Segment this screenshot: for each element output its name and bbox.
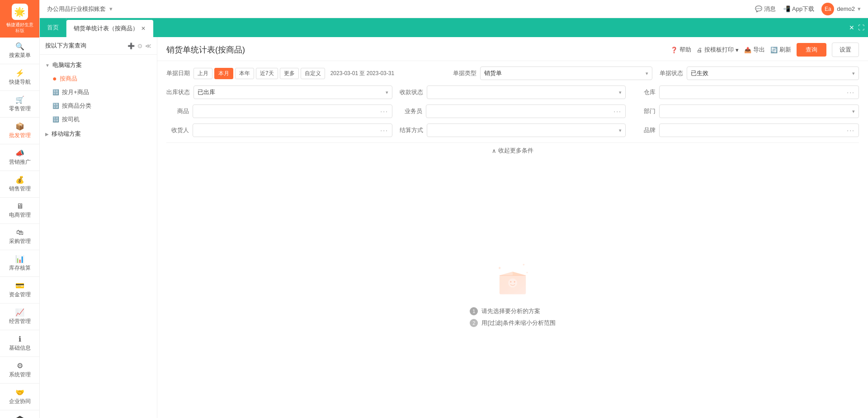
brand-filter: 品牌 ··· — [633, 124, 859, 137]
by-goods-label: 按商品 — [60, 75, 77, 83]
collapse-filter-btn[interactable]: ∧ 收起更多条件 — [166, 142, 859, 158]
date-btn-custom[interactable]: 自定义 — [301, 68, 325, 79]
pc-group-arrow: ▼ — [45, 63, 50, 68]
sidebar-item-finance[interactable]: 💳 资金管理 — [0, 277, 39, 304]
sidebar-item-search[interactable]: 🔍 搜索菜单 — [0, 38, 39, 64]
settings-button[interactable]: 设置 — [832, 43, 859, 57]
app-download-btn[interactable]: 📲 App下载 — [783, 5, 814, 13]
schema-item-by-cashier[interactable]: 🔢 按司机 — [40, 113, 157, 126]
schema-group-pc: ▼ 电脑端方案 ● 按商品 🔠 按月+商品 🔡 按商品分类 — [40, 58, 157, 126]
salesperson-input[interactable]: ··· — [426, 104, 626, 118]
left-panel-header: 按以下方案查询 ➕ ⊙ ≪ — [40, 37, 157, 55]
sidebar-item-corp[interactable]: 🤝 企业协同 — [0, 384, 39, 410]
print-icon: 🖨 — [697, 47, 703, 53]
sidebar-item-sales[interactable]: 💰 销售管理 — [0, 171, 39, 198]
empty-hints: 1 请先选择要分析的方案 2 用[过滤]条件来缩小分析范围 — [470, 307, 555, 327]
goods-filter: 商品 ··· — [166, 104, 392, 118]
receiver-input[interactable]: ··· — [193, 124, 392, 137]
print-label: 按模板打印 — [704, 46, 734, 54]
add-schema-icon[interactable]: ➕ — [127, 43, 135, 49]
refresh-btn[interactable]: 🔄 刷新 — [770, 46, 791, 54]
tab-home[interactable]: 首页 — [40, 18, 66, 37]
goods-dots: ··· — [380, 108, 388, 115]
help-btn[interactable]: ❓ 帮助 — [670, 46, 691, 54]
filter-row-3: 商品 ··· 业务员 ··· 部门 — [166, 104, 859, 118]
dept-input[interactable]: ▾ — [659, 104, 859, 118]
date-btn-more[interactable]: 更多 — [280, 68, 299, 79]
print-btn[interactable]: 🖨 按模板打印 ▾ — [697, 46, 739, 54]
tab-close-icon[interactable]: ✕ — [141, 25, 146, 32]
doc-status-input[interactable]: 已生效 ▾ — [687, 66, 859, 80]
user-btn[interactable]: Ea demo2 ▾ — [821, 3, 861, 15]
dept-arrow: ▾ — [852, 109, 855, 114]
sidebar-item-ecom[interactable]: 🖥 电商管理 — [0, 198, 39, 224]
sidebar-item-guide[interactable]: 🎓 新手引导 — [0, 410, 39, 418]
sidebar-item-quick[interactable]: ⚡ 快捷导航 — [0, 64, 39, 91]
sidebar-item-system[interactable]: ⚙ 系统管理 — [0, 357, 39, 384]
sidebar-item-label: 库存核算 — [9, 264, 31, 272]
hint-circle-1: 1 — [470, 307, 478, 315]
sidebar-item-label: 企业协同 — [9, 398, 31, 405]
sidebar-item-ops[interactable]: 📈 经营管理 — [0, 304, 39, 330]
doc-type-input[interactable]: 销货单 ▾ — [480, 66, 652, 80]
mobile-group-label: 移动端方案 — [52, 130, 81, 138]
payment-input[interactable]: ▾ — [427, 124, 626, 137]
out-status-arrow: ▾ — [386, 90, 388, 95]
minimize-icon[interactable]: ✕ — [849, 24, 854, 31]
marketing-icon: 📣 — [15, 149, 24, 157]
date-btn-7days[interactable]: 近7天 — [256, 68, 278, 79]
sales-icon: 💰 — [15, 176, 24, 184]
industry-dropdown-icon[interactable]: ▾ — [109, 5, 113, 12]
payment-label: 结算方式 — [400, 126, 423, 134]
message-btn[interactable]: 💬 消息 — [755, 5, 776, 13]
month-goods-icon: 🔠 — [52, 89, 59, 95]
out-status-filter: 出库状态 已出库 ▾ — [166, 86, 392, 99]
goods-input[interactable]: ··· — [193, 104, 392, 118]
export-btn[interactable]: 📤 导出 — [744, 46, 765, 54]
sidebar-item-label: 电商管理 — [9, 211, 31, 219]
schema-item-by-month-goods[interactable]: 🔠 按月+商品 — [40, 86, 157, 99]
finance-icon: 💳 — [15, 281, 24, 290]
schema-group-pc-title[interactable]: ▼ 电脑端方案 — [40, 58, 157, 72]
svg-text:✦: ✦ — [498, 266, 501, 271]
collapse-schema-icon[interactable]: ≪ — [145, 43, 151, 49]
recv-status-input[interactable]: ▾ — [427, 86, 626, 99]
schema-item-by-goods[interactable]: ● 按商品 — [40, 72, 157, 86]
stock-icon: 📊 — [15, 255, 24, 263]
page-actions: ❓ 帮助 🖨 按模板打印 ▾ 📤 导出 🔄 刷新 — [670, 43, 859, 57]
maximize-icon[interactable]: ⛶ — [858, 24, 864, 31]
schema-group-mobile-title[interactable]: ▶ 移动端方案 — [40, 127, 157, 141]
dept-filter: 部门 ▾ — [633, 104, 859, 118]
export-label: 导出 — [753, 46, 765, 54]
date-btn-this-year[interactable]: 本年 — [235, 68, 254, 79]
sidebar-item-label: 零售管理 — [9, 105, 31, 113]
left-panel-title: 按以下方案查询 — [45, 42, 86, 50]
sidebar-item-stock[interactable]: 📊 库存核算 — [0, 250, 39, 277]
main-area: 办公用品行业模拟账套 ▾ 💬 消息 📲 App下载 Ea demo2 ▾ 首页 … — [40, 0, 868, 418]
out-status-input[interactable]: 已出库 ▾ — [193, 86, 392, 99]
sidebar-item-marketing[interactable]: 📣 营销推广 — [0, 144, 39, 171]
date-btn-last-month[interactable]: 上月 — [193, 68, 212, 79]
cashier-icon: 🔢 — [52, 116, 59, 123]
tab-sales-stat[interactable]: 销货单统计表（按商品） ✕ — [66, 20, 153, 37]
warehouse-label: 仓库 — [633, 88, 656, 96]
refresh-icon: 🔄 — [770, 47, 778, 53]
sidebar-item-label: 搜索菜单 — [9, 52, 31, 59]
sidebar-item-basic[interactable]: ℹ 基础信息 — [0, 330, 39, 357]
edit-schema-icon[interactable]: ⊙ — [137, 43, 142, 49]
sidebar-item-retail[interactable]: 🛒 零售管理 — [0, 91, 39, 118]
industry-label: 办公用品行业模拟账套 — [47, 5, 106, 13]
warehouse-input[interactable]: ··· — [659, 86, 859, 99]
by-goods-active-dot: ● — [52, 75, 57, 83]
date-btn-this-month[interactable]: 本月 — [214, 68, 233, 79]
brand-input[interactable]: ··· — [659, 124, 859, 137]
query-button[interactable]: 查询 — [797, 43, 826, 57]
sidebar-item-wholesale[interactable]: 📦 批发管理 — [0, 118, 39, 144]
pc-group-label: 电脑端方案 — [52, 61, 82, 69]
schema-item-by-goods-cat[interactable]: 🔡 按商品分类 — [40, 99, 157, 113]
sidebar-item-purchase[interactable]: 🛍 采购管理 — [0, 224, 39, 250]
page-title: 销货单统计表(按商品) — [166, 44, 245, 55]
sidebar-item-label: 系统管理 — [9, 371, 31, 379]
header-right: 💬 消息 📲 App下载 Ea demo2 ▾ — [755, 3, 861, 15]
tabs-bar: 首页 销货单统计表（按商品） ✕ ✕ ⛶ — [40, 18, 868, 37]
